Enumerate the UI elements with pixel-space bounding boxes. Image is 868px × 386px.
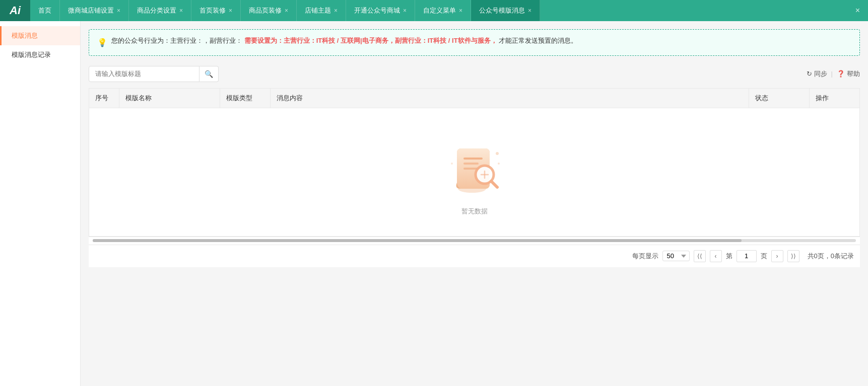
nav-tab-open-mall[interactable]: 开通公众号商城 × xyxy=(346,0,415,21)
close-tab-category-settings[interactable]: × xyxy=(179,7,183,14)
horizontal-scrollbar[interactable] xyxy=(89,237,860,245)
close-tab-open-mall[interactable]: × xyxy=(403,7,407,14)
nav-tab-product-decor[interactable]: 商品页装修 × xyxy=(241,0,297,21)
col-name: 模版名称 xyxy=(119,88,220,108)
sync-help-divider: | xyxy=(831,70,833,78)
scrollbar-track xyxy=(93,239,856,242)
empty-illustration xyxy=(444,138,505,199)
help-icon: ❓ xyxy=(837,70,845,78)
col-status: 状态 xyxy=(749,88,810,108)
col-type: 模版类型 xyxy=(220,88,271,108)
page-size-select[interactable]: 50 10 20 100 xyxy=(662,251,690,261)
search-input[interactable] xyxy=(89,66,199,82)
svg-point-11 xyxy=(451,163,453,165)
prev-page-button[interactable]: ‹ xyxy=(710,250,722,262)
search-left: 🔍 xyxy=(89,66,219,82)
main-layout: 模版消息 模版消息记录 💡 您的公众号行业为：主营行业：，副营行业： 需要设置为… xyxy=(0,21,868,386)
nav-tab-category-settings[interactable]: 商品分类设置 × xyxy=(129,0,191,21)
data-table: 序号 模版名称 模版类型 消息内容 状态 操作 xyxy=(89,88,860,237)
close-tab-custom-menu[interactable]: × xyxy=(459,7,462,14)
empty-state: 暂无数据 xyxy=(89,108,859,236)
svg-point-12 xyxy=(498,163,500,165)
sidebar: 模版消息 模版消息记录 xyxy=(0,21,81,386)
search-bar: 🔍 ↻ 同步 | ❓ 帮助 xyxy=(89,66,860,82)
nav-tab-template-message[interactable]: 公众号模版消息 × xyxy=(471,0,540,21)
first-page-button[interactable]: ⟨⟨ xyxy=(694,250,706,262)
top-navigation: Ai 首页 微商城店铺设置 × 商品分类设置 × 首页装修 × 商品页装修 × … xyxy=(0,0,868,21)
col-action: 操作 xyxy=(810,88,860,108)
search-icon: 🔍 xyxy=(205,70,213,78)
main-content: 💡 您的公众号行业为：主营行业：，副营行业： 需要设置为：主营行业：IT科技 /… xyxy=(81,21,868,386)
close-tab-product-decor[interactable]: × xyxy=(285,7,288,14)
svg-rect-3 xyxy=(463,158,483,160)
sidebar-item-template-message[interactable]: 模版消息 xyxy=(0,26,80,45)
close-tab-store-settings[interactable]: × xyxy=(117,7,120,14)
page-word: 页 xyxy=(761,252,767,261)
alert-icon: 💡 xyxy=(97,36,107,49)
page-size-label: 每页显示 xyxy=(632,252,658,261)
alert-text: 您的公众号行业为：主营行业：，副营行业： 需要设置为：主营行业：IT科技 / 互… xyxy=(111,36,577,46)
empty-text: 暂无数据 xyxy=(89,207,859,216)
nav-tab-custom-menu[interactable]: 自定义菜单 × xyxy=(415,0,471,21)
search-button[interactable]: 🔍 xyxy=(199,66,219,82)
nav-tab-home-decor[interactable]: 首页装修 × xyxy=(191,0,241,21)
sync-button[interactable]: ↻ 同步 xyxy=(807,69,827,79)
last-page-button[interactable]: ⟩⟩ xyxy=(787,250,799,262)
svg-point-10 xyxy=(496,152,499,155)
industry-alert: 💡 您的公众号行业为：主营行业：，副营行业： 需要设置为：主营行业：IT科技 /… xyxy=(89,29,860,56)
nav-tab-store-settings[interactable]: 微商城店铺设置 × xyxy=(60,0,129,21)
nav-tab-store-theme[interactable]: 店铺主题 × xyxy=(297,0,346,21)
col-index: 序号 xyxy=(89,88,119,108)
empty-state-row: 暂无数据 xyxy=(89,108,860,236)
di-word: 第 xyxy=(726,252,732,261)
pagination: 每页显示 50 10 20 100 ⟨⟨ ‹ 第 页 › ⟩⟩ 共0页，0条记录 xyxy=(89,245,860,267)
col-content: 消息内容 xyxy=(271,88,749,108)
close-tab-store-theme[interactable]: × xyxy=(334,7,338,14)
close-all-button[interactable]: × xyxy=(847,6,868,15)
svg-rect-4 xyxy=(463,163,479,165)
nav-tab-home[interactable]: 首页 xyxy=(30,0,60,21)
search-right: ↻ 同步 | ❓ 帮助 xyxy=(807,69,860,79)
sidebar-item-template-record[interactable]: 模版消息记录 xyxy=(0,45,80,64)
svg-line-7 xyxy=(491,181,497,187)
close-tab-template-message[interactable]: × xyxy=(528,7,531,14)
help-button[interactable]: ❓ 帮助 xyxy=(837,69,860,79)
scrollbar-thumb[interactable] xyxy=(93,239,742,242)
sync-icon: ↻ xyxy=(807,70,812,78)
table-header-row: 序号 模版名称 模版类型 消息内容 状态 操作 xyxy=(89,88,860,108)
page-number-input[interactable] xyxy=(737,250,757,262)
app-logo: Ai xyxy=(0,0,30,21)
next-page-button[interactable]: › xyxy=(771,250,783,262)
close-tab-home-decor[interactable]: × xyxy=(229,7,232,14)
total-info: 共0页，0条记录 xyxy=(808,252,854,261)
